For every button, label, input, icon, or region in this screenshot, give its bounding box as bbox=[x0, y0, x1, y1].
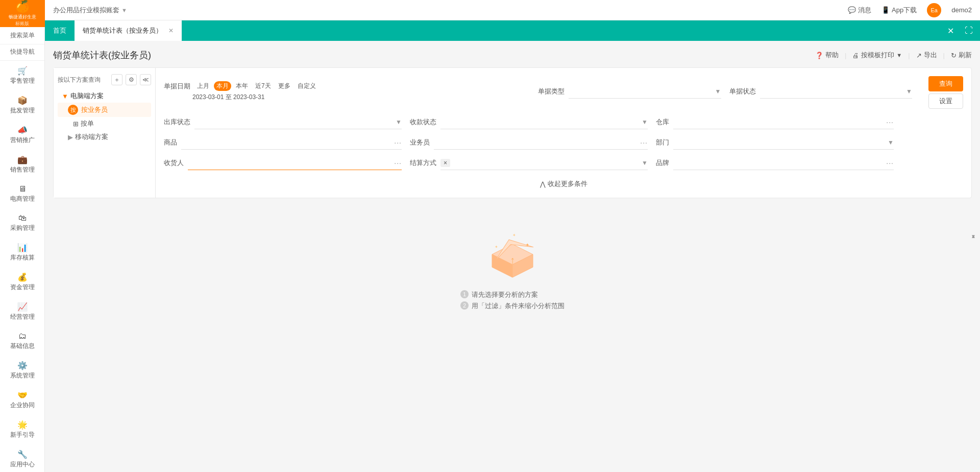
payment-arrow: ▼ bbox=[642, 119, 648, 126]
dept-control[interactable]: ▼ bbox=[673, 135, 894, 150]
staff-control[interactable]: ··· bbox=[434, 135, 648, 150]
sidebar-logo[interactable]: 🍊 畅捷通好生意 标账版 bbox=[0, 0, 45, 27]
filter-dept-item: 部门 ▼ bbox=[656, 135, 894, 150]
scheme-active-dot: 按 bbox=[68, 105, 78, 115]
outstatus-control[interactable]: ▼ bbox=[194, 115, 402, 129]
sidebar-item-newbie[interactable]: 🌟 新手引导 bbox=[0, 415, 44, 444]
brand-control[interactable]: ··· bbox=[673, 156, 894, 170]
tab-close-all-btn[interactable]: ✕ bbox=[943, 23, 958, 38]
app-download-btn[interactable]: 📱 App下载 bbox=[881, 6, 917, 15]
sidebar-item-label: 企业协同 bbox=[10, 401, 35, 410]
sidebar-item-sales[interactable]: 💼 销售管理 bbox=[0, 150, 44, 179]
settlement-control[interactable]: × ▼ bbox=[440, 156, 648, 170]
download-icon: 📱 bbox=[881, 6, 890, 14]
ecommerce-icon: 🖥 bbox=[18, 184, 27, 194]
export-btn[interactable]: ↗ 导出 bbox=[916, 51, 937, 60]
svg-text:↑: ↑ bbox=[510, 254, 515, 266]
tab-home[interactable]: 首页 bbox=[45, 20, 75, 41]
refresh-btn[interactable]: ↻ 刷新 bbox=[951, 51, 972, 60]
message-icon: 💬 bbox=[848, 6, 856, 14]
scheme-panel: 按以下方案查询 ＋ ⚙ ≪ ▼ 电脑端方案 按 按业务员 ⊞ bbox=[54, 68, 156, 198]
tab-bar: 首页 销货单统计表（按业务员） ✕ ✕ ⛶ bbox=[45, 20, 980, 41]
sidebar-item-wholesale[interactable]: 📦 批发管理 ▼ bbox=[0, 90, 44, 120]
sidebar-item-basic[interactable]: 🗂 基础信息 bbox=[0, 326, 44, 356]
scheme-group-mobile[interactable]: ▶ 移动端方案 bbox=[58, 130, 151, 144]
consignee-control[interactable]: ··· bbox=[188, 156, 402, 170]
scheme-settings-btn[interactable]: ⚙ bbox=[126, 74, 137, 85]
staff-label: 业务员 bbox=[410, 138, 430, 147]
settings-button[interactable]: 设置 bbox=[928, 93, 963, 109]
sidebar-item-retail[interactable]: 🛒 零售管理 ▲ bbox=[0, 61, 44, 90]
filter-consignee-item: 收货人 ··· bbox=[164, 156, 402, 170]
marketing-icon: 📣 bbox=[17, 125, 28, 135]
payment-control[interactable]: ▼ bbox=[440, 115, 648, 129]
sidebar-item-label: 电商管理 bbox=[10, 195, 35, 203]
sidebar-item-label: 基础信息 bbox=[10, 342, 35, 350]
filter-date-item: 单据日期 上月 本月 本年 近7天 更多 自定义 2023-03-01 至 20… bbox=[164, 81, 530, 102]
sidebar-item-finance[interactable]: 💰 资金管理 bbox=[0, 267, 44, 297]
collapse-button[interactable]: ⋀ 收起更多条件 bbox=[540, 179, 587, 188]
scheme-group-pc[interactable]: ▼ 电脑端方案 bbox=[58, 89, 151, 103]
separator1: | bbox=[845, 52, 846, 59]
docstatus-control[interactable]: ▼ bbox=[760, 84, 913, 99]
doctype-control[interactable]: ▼ bbox=[569, 84, 721, 99]
sidebar-item-system[interactable]: ⚙️ 系统管理 bbox=[0, 356, 44, 385]
date-buttons: 上月 本月 本年 近7天 更多 自定义 bbox=[194, 81, 318, 91]
sidebar-item-operations[interactable]: 📈 经营管理 bbox=[0, 297, 44, 326]
query-button[interactable]: 查询 bbox=[928, 76, 963, 91]
topbar-title-text: 办公用品行业模拟账套 bbox=[53, 6, 119, 15]
staff-dots: ··· bbox=[640, 138, 648, 147]
date-btn-7days[interactable]: 近7天 bbox=[253, 81, 274, 91]
scheme-group-arrow: ▼ bbox=[62, 92, 68, 100]
date-btn-lastmonth[interactable]: 上月 bbox=[194, 81, 212, 91]
date-range-display: 2023-03-01 至 2023-03-31 bbox=[192, 93, 264, 102]
message-label: 消息 bbox=[858, 6, 871, 15]
sidebar-item-marketing[interactable]: 📣 营销推广 bbox=[0, 120, 44, 150]
sidebar-item-purchase[interactable]: 🛍 采购管理 bbox=[0, 208, 44, 238]
topbar-title[interactable]: 办公用品行业模拟账套 ▼ bbox=[53, 6, 127, 15]
date-btn-thisyear[interactable]: 本年 bbox=[233, 81, 251, 91]
sidebar-item-inventory[interactable]: 📊 库存核算 bbox=[0, 238, 44, 267]
sidebar-quicknav-item[interactable]: 快捷导航 bbox=[0, 44, 44, 61]
template-print-label: 按模板打印 bbox=[861, 51, 894, 60]
tab-close-btn[interactable]: ✕ bbox=[168, 27, 174, 34]
message-btn[interactable]: 💬 消息 bbox=[848, 6, 871, 15]
separator3: | bbox=[943, 52, 945, 59]
retail-icon: 🛒 bbox=[17, 66, 28, 76]
box-svg: ↑ ✦ ✦ ✦ bbox=[482, 229, 543, 280]
date-btn-thismonth[interactable]: 本月 bbox=[214, 81, 231, 91]
scheme-by-order[interactable]: ⊞ 按单 bbox=[58, 117, 151, 130]
warehouse-control[interactable]: ··· bbox=[673, 115, 894, 129]
sidebar-item-label: 库存核算 bbox=[10, 253, 35, 262]
scheme-by-order-label: 按单 bbox=[81, 119, 94, 128]
avatar-text: Ea bbox=[931, 7, 938, 13]
filter-row-2: 出库状态 ▼ 收款状态 ▼ 仓库 ··· bbox=[164, 115, 963, 129]
docstatus-label: 单据状态 bbox=[729, 87, 756, 96]
empty-tip-2: 2 用「过滤」条件来缩小分析范围 bbox=[460, 301, 565, 311]
date-btn-custom[interactable]: 自定义 bbox=[295, 81, 318, 91]
settlement-tag-remove[interactable]: × bbox=[444, 159, 447, 167]
sidebar-search-item[interactable]: 搜索菜单 bbox=[0, 27, 44, 44]
sidebar-item-apps[interactable]: 🔧 应用中心 bbox=[0, 444, 44, 472]
filter-payment-item: 收款状态 ▼ bbox=[410, 115, 648, 129]
tab-fullscreen-btn[interactable]: ⛶ bbox=[962, 23, 976, 38]
scheme-add-btn[interactable]: ＋ bbox=[111, 74, 122, 85]
collapse-row: ⋀ 收起更多条件 bbox=[164, 176, 963, 192]
tab-sales-stat[interactable]: 销货单统计表（按业务员） ✕ bbox=[75, 20, 182, 41]
sidebar-item-enterprise[interactable]: 🤝 企业协同 bbox=[0, 385, 44, 415]
refresh-icon: ↻ bbox=[951, 52, 957, 59]
outstatus-arrow: ▼ bbox=[396, 119, 402, 126]
date-btn-more[interactable]: 更多 bbox=[276, 81, 293, 91]
user-name[interactable]: demo2 bbox=[951, 6, 972, 14]
sidebar-item-ecommerce[interactable]: 🖥 电商管理 bbox=[0, 179, 44, 208]
goods-control[interactable]: ··· bbox=[181, 135, 402, 150]
help-btn[interactable]: ❓ 帮助 bbox=[815, 51, 839, 60]
template-print-btn[interactable]: 🖨 按模板打印 ▼ bbox=[852, 51, 902, 60]
help-label: 帮助 bbox=[825, 51, 839, 60]
page-actions: ❓ 帮助 | 🖨 按模板打印 ▼ | ↗ 导出 | ↻ 刷新 bbox=[815, 51, 972, 60]
scheme-collapse-btn[interactable]: ≪ bbox=[140, 74, 151, 85]
user-avatar[interactable]: Ea bbox=[927, 3, 941, 17]
scheme-by-staff[interactable]: 按 按业务员 bbox=[58, 103, 151, 117]
tab-home-label: 首页 bbox=[53, 26, 66, 35]
filter-right: 单据日期 上月 本月 本年 近7天 更多 自定义 2023-03-01 至 20… bbox=[156, 68, 971, 198]
